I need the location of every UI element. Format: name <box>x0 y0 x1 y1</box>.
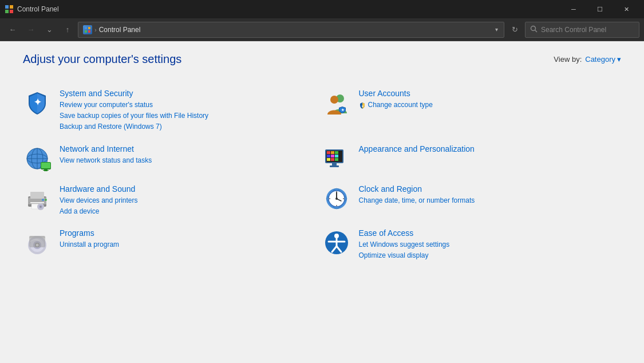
ease-of-access-link-2[interactable]: Optimize visual display <box>359 250 622 261</box>
svg-rect-6 <box>85 30 87 33</box>
categories-grid: ✦ System and Security Review your comput… <box>23 83 621 267</box>
ease-of-access-content: Ease of Access Let Windows suggest setti… <box>359 228 622 261</box>
search-box[interactable] <box>525 22 639 38</box>
appearance-icon <box>322 144 351 173</box>
network-icon <box>23 144 52 173</box>
programs-link-1[interactable]: Uninstall a program <box>60 239 322 250</box>
address-input[interactable]: › Control Panel ▾ <box>78 22 504 38</box>
hardware-content: Hardware and Sound View devices and prin… <box>60 184 322 217</box>
view-by-label: View by: <box>554 55 582 64</box>
svg-rect-23 <box>43 170 49 171</box>
svg-point-44 <box>45 199 47 201</box>
svg-rect-1 <box>10 5 13 9</box>
shield-badge-icon: ★ <box>359 102 366 109</box>
svg-point-47 <box>40 206 42 207</box>
view-by: View by: Category ▾ <box>554 55 621 64</box>
window-title: Control Panel <box>17 5 560 13</box>
svg-rect-65 <box>29 236 45 238</box>
system-security-icon: ✦ <box>23 89 52 117</box>
hardware-title[interactable]: Hardware and Sound <box>60 184 322 194</box>
ease-of-access-title[interactable]: Ease of Access <box>359 228 622 238</box>
category-hardware: Hardware and Sound View devices and prin… <box>23 179 322 223</box>
address-dropdown-button[interactable]: ▾ <box>494 25 499 34</box>
svg-rect-40 <box>30 202 44 203</box>
system-security-link-1[interactable]: Review your computer's status <box>60 100 322 111</box>
svg-point-8 <box>531 26 536 30</box>
svg-rect-5 <box>88 27 90 29</box>
system-security-link-2[interactable]: Save backup copies of your files with Fi… <box>60 111 322 121</box>
svg-rect-0 <box>5 5 9 9</box>
hardware-link-2[interactable]: Add a device <box>60 206 322 217</box>
svg-rect-27 <box>331 151 334 154</box>
svg-rect-34 <box>335 158 338 161</box>
network-title[interactable]: Network and Internet <box>60 144 322 153</box>
main-content: Adjust your computer's settings View by:… <box>0 41 644 363</box>
svg-rect-30 <box>331 155 334 157</box>
svg-line-9 <box>535 30 538 32</box>
svg-rect-7 <box>88 30 90 33</box>
clock-link-1[interactable]: Change date, time, or number formats <box>359 195 622 206</box>
breadcrumb-separator: › <box>94 26 97 33</box>
user-accounts-icon: ★ <box>322 89 351 117</box>
svg-rect-36 <box>330 165 339 167</box>
category-clock: Clock and Region Change date, time, or n… <box>322 179 622 223</box>
svg-point-43 <box>42 199 44 201</box>
system-security-link-3[interactable]: Backup and Restore (Windows 7) <box>60 121 322 132</box>
svg-rect-29 <box>327 155 330 157</box>
appearance-title[interactable]: Appearance and Personalization <box>359 144 622 153</box>
programs-icon <box>23 228 52 257</box>
svg-rect-26 <box>327 151 330 154</box>
network-link-1[interactable]: View network status and tasks <box>60 155 322 166</box>
recent-button[interactable]: ⌄ <box>41 22 57 38</box>
close-button[interactable]: ✕ <box>613 0 639 18</box>
network-content: Network and Internet View network status… <box>60 144 322 166</box>
svg-rect-33 <box>331 158 334 161</box>
clock-icon <box>322 184 351 213</box>
address-bar: ← → ⌄ ↑ › Control Panel ▾ ↻ <box>0 18 644 41</box>
svg-point-12 <box>330 96 338 104</box>
user-accounts-title[interactable]: User Accounts <box>359 89 622 98</box>
view-by-dropdown[interactable]: Category ▾ <box>585 55 621 64</box>
window-controls: ─ ☐ ✕ <box>560 0 639 18</box>
hardware-link-1[interactable]: View devices and printers <box>60 195 322 206</box>
programs-title[interactable]: Programs <box>60 228 322 238</box>
category-network: Network and Internet View network status… <box>23 139 322 179</box>
ease-of-access-icon <box>322 228 351 257</box>
back-button[interactable]: ← <box>5 22 21 38</box>
user-accounts-content: User Accounts ★ Change account type <box>359 89 622 111</box>
search-input[interactable] <box>541 26 634 34</box>
category-programs: Programs Uninstall a program <box>23 223 322 267</box>
breadcrumb-icon <box>83 25 92 34</box>
hardware-icon <box>23 184 52 213</box>
up-button[interactable]: ↑ <box>60 22 76 38</box>
category-appearance: Appearance and Personalization <box>322 139 622 179</box>
system-security-content: System and Security Review your computer… <box>60 89 322 133</box>
category-system-security: ✦ System and Security Review your comput… <box>23 83 322 139</box>
system-security-title[interactable]: System and Security <box>60 89 322 98</box>
ease-of-access-link-1[interactable]: Let Windows suggest settings <box>359 239 622 250</box>
user-accounts-link-1[interactable]: Change account type <box>368 100 433 111</box>
svg-rect-32 <box>327 158 330 161</box>
svg-rect-21 <box>41 163 50 168</box>
category-user-accounts: ★ User Accounts ★ Change account type <box>322 83 622 139</box>
title-bar: Control Panel ─ ☐ ✕ <box>0 0 644 18</box>
svg-rect-2 <box>5 10 9 13</box>
page-header: Adjust your computer's settings View by:… <box>23 53 621 66</box>
refresh-button[interactable]: ↻ <box>507 22 523 38</box>
programs-content: Programs Uninstall a program <box>60 228 322 250</box>
clock-content: Clock and Region Change date, time, or n… <box>359 184 622 206</box>
minimize-button[interactable]: ─ <box>560 0 587 18</box>
svg-rect-3 <box>10 10 13 13</box>
forward-button[interactable]: → <box>23 22 39 38</box>
app-icon <box>5 5 14 14</box>
page-title: Adjust your computer's settings <box>23 53 181 66</box>
svg-rect-28 <box>335 151 338 154</box>
breadcrumb: › Control Panel <box>83 25 491 34</box>
category-ease-of-access: Ease of Access Let Windows suggest setti… <box>322 223 622 267</box>
svg-text:✦: ✦ <box>34 97 42 107</box>
svg-rect-35 <box>332 163 337 165</box>
clock-title[interactable]: Clock and Region <box>359 184 622 194</box>
maximize-button[interactable]: ☐ <box>587 0 613 18</box>
appearance-content: Appearance and Personalization <box>359 144 622 155</box>
search-icon <box>530 25 538 34</box>
